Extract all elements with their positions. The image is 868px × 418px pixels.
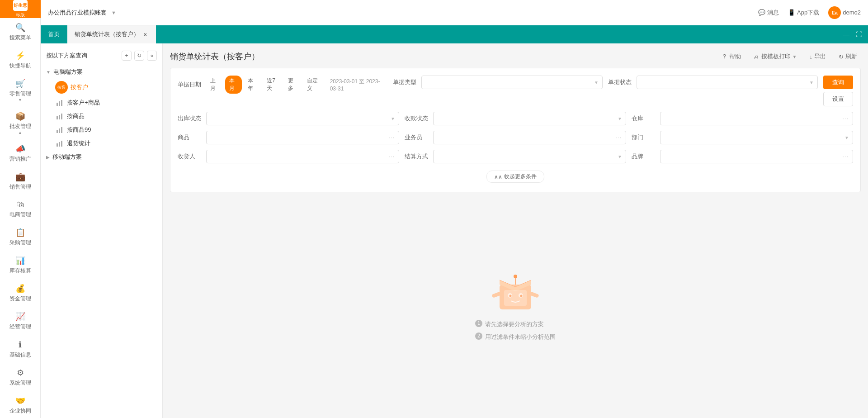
doc-status-filter: 单据状态 ▼ [608,76,818,89]
sidebar-item-label: 企业协同 [9,407,31,415]
tree-item-by-goods99[interactable]: 按商品99 [48,123,162,137]
receiver-input[interactable]: ··· [206,150,399,163]
svg-rect-10 [59,142,60,147]
ecommerce-icon: 🛍 [16,200,24,209]
tree-item-label-5: 退货统计 [67,139,90,147]
scheme-add-btn[interactable]: + [122,51,132,61]
tab-home-label: 首页 [48,30,60,38]
tree-item-by-customer-goods[interactable]: 按客户+商品 [48,96,162,109]
sidebar-item-operations[interactable]: 📈 经营管理 [0,307,41,335]
sidebar-item-shortcut[interactable]: ⚡ 快捷导航 [0,46,41,74]
date-btn-more[interactable]: 更多 [284,76,301,94]
tree-item-label-2: 按客户+商品 [67,99,100,107]
sidebar-item-sales[interactable]: 💼 销售管理 [0,167,41,195]
wholesale-icon: 📦 [15,111,25,121]
tree-item-by-customer[interactable]: 按客 按客户 [48,79,162,96]
ship-status-input[interactable]: ▼ [206,112,399,125]
tab-maximize-btn[interactable]: ⛶ [854,29,864,40]
sidebar-item-basic[interactable]: ℹ 基础信息 [0,335,41,363]
sidebar-item-search[interactable]: 🔍 搜索菜单 [0,18,41,46]
tree-item-label-3: 按商品 [67,112,85,120]
warehouse-input[interactable]: ··· [660,112,853,125]
brand-input[interactable]: ··· [660,150,853,163]
filter-panel: 单据日期 上月 本月 本年 近7天 更多 自定义 2023-03-01 至 20… [170,68,861,192]
tab-sales-stat[interactable]: 销货单统计表（按客户） ✕ [67,25,156,43]
tab-close-icon[interactable]: ✕ [142,31,148,38]
receiver-dots: ··· [389,154,395,159]
search-button[interactable]: 查询 [823,76,853,89]
svg-rect-5 [61,114,62,119]
warehouse-label: 仓库 [632,114,656,123]
chart-icon-4 [55,139,64,148]
sidebar-item-purchase[interactable]: 📋 采购管理 [0,223,41,251]
scheme-collapse-btn[interactable]: « [147,51,157,61]
dept-input[interactable]: ▼ [660,131,853,144]
sidebar-item-wholesale[interactable]: 📦 批发管理 ▲ [0,107,41,139]
main-area: 办公用品行业模拟账套 ▼ 💬 消息 📱 App下载 Ea demo2 首页 [41,0,868,418]
svg-rect-13 [504,290,527,306]
export-btn[interactable]: ↓ 导出 [806,51,830,62]
top-header: 办公用品行业模拟账套 ▼ 💬 消息 📱 App下载 Ea demo2 [41,0,868,25]
user-info[interactable]: Ea demo2 [828,6,861,19]
sidebar-item-ecommerce[interactable]: 🛍 电商管理 [0,195,41,223]
date-btn-last-month[interactable]: 上月 [206,76,223,94]
doc-status-input[interactable]: ▼ [637,76,818,89]
sidebar-item-finance[interactable]: 💰 资金管理 [0,279,41,307]
receipt-status-input[interactable]: ▼ [433,112,626,125]
tree-desktop-section[interactable]: ▼ 电脑端方案 [41,65,162,79]
shortcut-icon: ⚡ [15,51,25,61]
settlement-input[interactable]: ▼ [433,150,626,163]
scheme-refresh-btn[interactable]: ↻ [134,51,144,61]
message-label: 消息 [767,9,779,17]
svg-rect-9 [57,143,58,147]
logo-text: 好生意 [14,2,27,9]
svg-rect-1 [59,101,60,106]
svg-rect-3 [57,116,58,119]
receipt-status-filter: 收款状态 ▼ [405,112,626,125]
chart-icon-3 [55,125,64,134]
help-btn[interactable]: ？ 帮助 [718,51,745,62]
sidebar-item-label: 系统管理 [9,379,31,387]
content-area: 按以下方案查询 + ↻ « ▼ 电脑端方案 按客 按客户 [41,43,868,418]
ship-status-filter: 出库状态 ▼ [178,112,399,125]
header-left: 办公用品行业模拟账套 ▼ [48,9,116,17]
date-btn-this-year[interactable]: 本年 [244,76,261,94]
sidebar-item-label: 批发管理 [9,123,31,130]
tree-collapse-icon: ▶ [46,155,50,160]
salesperson-input[interactable]: ··· [433,131,626,144]
receiver-filter: 收货人 ··· [178,150,399,163]
operations-icon: 📈 [15,312,25,322]
industry-dropdown[interactable]: ▼ [111,10,116,15]
doc-type-input[interactable]: ▼ [421,76,603,89]
date-btn-last7[interactable]: 近7天 [263,76,282,94]
refresh-icon: ↻ [839,53,844,60]
date-btn-custom[interactable]: 自定义 [303,76,325,94]
collapse-button[interactable]: ∧∧ 收起更多条件 [486,171,544,183]
salesperson-label: 业务员 [405,133,429,142]
tree-item-return-stat[interactable]: 退货统计 [48,137,162,150]
settings-button[interactable]: 设置 [823,92,853,106]
tree-item-by-goods[interactable]: 按商品 [48,109,162,123]
warehouse-filter: 仓库 ··· [632,112,853,125]
tree-mobile-section[interactable]: ▶ 移动端方案 [41,150,162,164]
sidebar-item-enterprise[interactable]: 🤝 企业协同 [0,391,41,418]
sidebar-item-inventory[interactable]: 📊 库存核算 [0,251,41,279]
sales-icon: 💼 [15,172,25,182]
receipt-status-label: 收款状态 [405,114,429,123]
sidebar-item-marketing[interactable]: 📣 营销推广 [0,139,41,167]
empty-hint: 1 请先选择要分析的方案 2 用过滤条件来缩小分析范围 [475,319,556,342]
app-download-btn[interactable]: 📱 App下载 [788,9,819,17]
date-range-display: 2023-03-01 至 2023-03-31 [330,78,387,92]
template-print-btn[interactable]: 🖨 按模板打印 ▼ [750,51,801,62]
sidebar-item-retail[interactable]: 🛒 零售管理 ▼ [0,74,41,107]
svg-point-19 [514,275,517,278]
sidebar-item-system[interactable]: ⚙ 系统管理 [0,363,41,391]
tab-home[interactable]: 首页 [41,25,67,43]
warehouse-dots: ··· [843,116,849,121]
tab-minimize-btn[interactable]: — [841,29,852,40]
message-btn[interactable]: 💬 消息 [758,9,779,17]
refresh-btn[interactable]: ↻ 刷新 [835,51,861,62]
scheme-panel: 按以下方案查询 + ↻ « ▼ 电脑端方案 按客 按客户 [41,43,163,418]
goods-input[interactable]: ··· [206,131,399,144]
date-btn-this-month[interactable]: 本月 [225,76,242,94]
